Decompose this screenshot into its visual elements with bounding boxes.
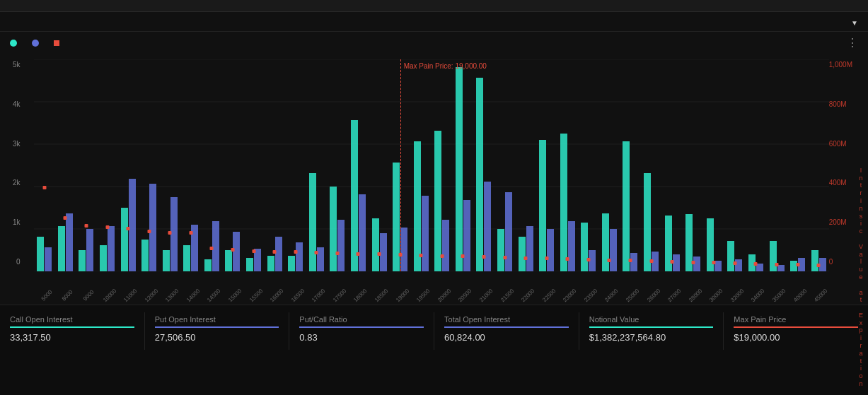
x-axis-strike-label: 16000 bbox=[269, 288, 284, 303]
x-axis-strike-label: 45000 bbox=[813, 288, 828, 303]
x-axis-strike-label: 18000 bbox=[353, 288, 369, 303]
bar-group bbox=[410, 59, 432, 271]
call-bar bbox=[267, 256, 274, 272]
y-axis-right: 1,000M 800M 600M 400M 200M 0 bbox=[829, 61, 852, 266]
top-bar bbox=[0, 0, 868, 12]
put-bar bbox=[505, 192, 512, 272]
call-bar bbox=[183, 245, 190, 272]
y-left-3k: 3k bbox=[13, 140, 21, 148]
menu-dots[interactable]: ⋮ bbox=[847, 36, 858, 49]
x-labels: 5000800090001000011000120001300014000145… bbox=[34, 271, 829, 300]
put-bar bbox=[86, 229, 93, 271]
call-bar bbox=[309, 173, 316, 271]
intrinsic-dot bbox=[84, 224, 88, 228]
call-bar bbox=[288, 256, 295, 272]
bar-group bbox=[306, 59, 328, 271]
bar-group bbox=[453, 59, 474, 271]
y-right-1000m: 1,000M bbox=[829, 61, 852, 69]
date-selector[interactable]: ▼ bbox=[848, 19, 858, 27]
stat-value: $1,382,237,564.80 bbox=[589, 332, 714, 343]
call-bar bbox=[644, 173, 651, 271]
call-bar bbox=[204, 259, 212, 271]
x-axis-strike-label: 17500 bbox=[332, 288, 347, 303]
call-bar bbox=[58, 226, 65, 271]
put-bar bbox=[442, 220, 449, 271]
bar-group bbox=[180, 59, 202, 271]
intrinsic-dot bbox=[189, 231, 192, 235]
intrinsic-dot bbox=[796, 263, 799, 266]
x-axis-strike-label: 8000 bbox=[61, 289, 74, 302]
intrinsic-dot bbox=[775, 263, 779, 266]
put-bar bbox=[296, 242, 303, 271]
put-bar bbox=[359, 194, 366, 271]
call-bar bbox=[414, 141, 421, 271]
bar-group bbox=[97, 59, 118, 271]
y-left-2k: 2k bbox=[13, 179, 21, 187]
call-bar bbox=[121, 208, 128, 271]
y-left-5k: 5k bbox=[13, 61, 21, 69]
call-bar bbox=[351, 120, 358, 271]
call-bar bbox=[581, 223, 588, 271]
legend-intrinsic bbox=[54, 40, 63, 46]
y-left-0: 0 bbox=[16, 258, 21, 266]
y-right-0: 0 bbox=[829, 258, 833, 266]
intrinsic-dot bbox=[817, 264, 821, 267]
stat-block: Put Open Interest27,506.50 bbox=[145, 312, 290, 350]
x-axis-strike-label: 17000 bbox=[311, 288, 326, 303]
x-axis-strike-label: 18500 bbox=[374, 288, 389, 303]
x-axis-strike-label: 15000 bbox=[227, 288, 243, 303]
bar-group bbox=[557, 59, 578, 271]
x-axis-strike-label: 22000 bbox=[520, 288, 536, 303]
x-axis-strike-label: 21500 bbox=[499, 288, 515, 303]
bar-group bbox=[620, 59, 641, 271]
intrinsic-dot bbox=[566, 257, 569, 261]
intrinsic-dot bbox=[315, 251, 318, 254]
bar-group bbox=[34, 59, 55, 271]
stat-underline bbox=[155, 326, 279, 328]
bar-group bbox=[766, 59, 787, 271]
call-bar bbox=[770, 241, 777, 271]
call-bar bbox=[811, 250, 818, 271]
x-axis-strike-label: 12000 bbox=[144, 288, 159, 303]
y-right-400m: 400M bbox=[829, 179, 847, 187]
x-axis-strike-label: 16500 bbox=[290, 288, 306, 303]
bottom-stats: Call Open Interest33,317.50Put Open Inte… bbox=[0, 305, 868, 350]
call-bar bbox=[37, 237, 44, 271]
put-bar bbox=[526, 226, 533, 271]
stat-value: 0.83 bbox=[299, 332, 424, 343]
max-pain-line: Max Pain Price: 19,000.00 bbox=[400, 59, 401, 271]
chart-section: ▼ ⋮ IntrinsicValueatExpiration[USD] 5k 4… bbox=[0, 12, 868, 305]
put-bar bbox=[45, 247, 52, 271]
bar-group bbox=[243, 59, 265, 271]
bar-group bbox=[348, 59, 369, 271]
intrinsic-dot bbox=[252, 249, 255, 253]
bar-group bbox=[139, 59, 160, 271]
y-right-800m: 800M bbox=[829, 100, 847, 108]
intrinsic-dot bbox=[608, 259, 611, 262]
bar-group bbox=[661, 59, 683, 271]
chart-header: ▼ bbox=[0, 12, 868, 32]
call-bar bbox=[519, 237, 526, 271]
bar-group bbox=[202, 59, 223, 271]
x-axis-strike-label: 30000 bbox=[708, 288, 724, 303]
put-bar bbox=[108, 226, 115, 271]
call-bar bbox=[163, 250, 170, 271]
intrinsic-dot bbox=[671, 260, 674, 264]
stat-value: $19,000.00 bbox=[734, 332, 858, 343]
bar-group bbox=[808, 59, 829, 271]
stat-label: Call Open Interest bbox=[10, 315, 134, 324]
call-bar bbox=[602, 213, 609, 272]
x-axis-strike-label: 35000 bbox=[771, 288, 787, 303]
x-axis-strike-label: 26000 bbox=[646, 288, 661, 303]
call-bar bbox=[225, 250, 232, 271]
y-right-200m: 200M bbox=[829, 218, 847, 226]
bar-group bbox=[494, 59, 516, 271]
bar-group bbox=[473, 59, 494, 271]
bar-group bbox=[76, 59, 97, 271]
bar-group bbox=[536, 59, 557, 271]
intrinsic-dot bbox=[628, 259, 632, 262]
put-bar bbox=[337, 220, 345, 271]
intrinsic-dot bbox=[335, 252, 339, 255]
bar-group bbox=[327, 59, 348, 271]
x-axis-strike-label: 20500 bbox=[457, 288, 473, 303]
